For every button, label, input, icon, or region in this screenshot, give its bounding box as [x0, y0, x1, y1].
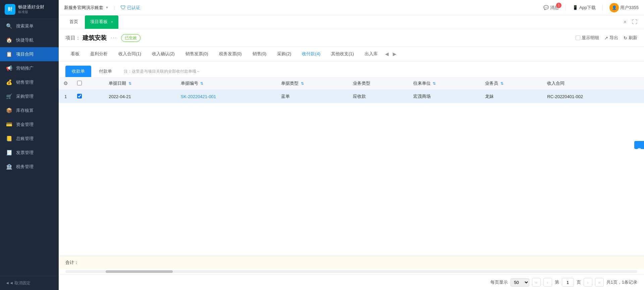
- account-name: 新服务官网演示账套: [64, 5, 103, 11]
- subnav-income-contract[interactable]: 收入合同(1): [113, 47, 147, 62]
- window-maximize-button[interactable]: ⛶: [631, 18, 639, 26]
- subnav-other-income[interactable]: 其他收支(1): [326, 47, 359, 62]
- export-icon: ↗: [604, 35, 608, 41]
- show-detail-checkbox[interactable]: [576, 35, 580, 40]
- header-divider-2: [602, 4, 603, 11]
- tabs-bar: 首页 项目看板 × × ⛶: [59, 15, 644, 29]
- sidebar-item-tax[interactable]: 🏦 税务管理: [0, 160, 59, 174]
- tab-receipts[interactable]: 收款单: [65, 66, 91, 77]
- project-actions: 显示明细 ↗ 导出 ↻ 刷新: [576, 35, 637, 41]
- tab-payments[interactable]: 付款单: [93, 66, 118, 77]
- home-icon: 🏠: [5, 37, 13, 43]
- user-avatar: 👤: [609, 3, 619, 12]
- subnav-profit[interactable]: 盈利分析: [85, 47, 113, 62]
- show-detail-action[interactable]: 显示明细: [576, 35, 599, 41]
- row-number-link[interactable]: SK-20220421-001: [176, 90, 276, 103]
- prev-page-button[interactable]: ‹: [543, 278, 552, 287]
- sidebar-item-ledger[interactable]: 📒 总账管理: [0, 132, 59, 146]
- app-download-button[interactable]: 📱 App下载: [573, 5, 596, 11]
- sidebar-item-inventory[interactable]: 📦 库存核算: [0, 103, 59, 118]
- subnav-income-confirm[interactable]: 收入确认(2): [147, 47, 180, 62]
- column-settings[interactable]: ⚙: [59, 77, 72, 90]
- project-more-button[interactable]: ···: [111, 35, 117, 41]
- tab-close-icon[interactable]: ×: [111, 20, 113, 24]
- sort-icon-partner: ⇅: [433, 81, 436, 85]
- sales-icon: 💰: [5, 79, 13, 85]
- sidebar-item-project[interactable]: 📋 项目合同: [0, 47, 59, 61]
- scrollbar-track: [65, 270, 637, 273]
- sidebar-unpin-button[interactable]: ◄◄ 取消固定: [0, 276, 59, 290]
- sidebar-item-purchase[interactable]: 🛒 采购管理: [0, 89, 59, 103]
- row-date: 2022-04-21: [104, 90, 176, 103]
- marketing-icon: 📢: [5, 65, 13, 71]
- sidebar-item-funds[interactable]: 💳 资金管理: [0, 118, 59, 132]
- per-page-label: 每页显示: [490, 279, 508, 285]
- row-checkbox[interactable]: [77, 94, 82, 98]
- message-button[interactable]: 💬 消息 1: [543, 5, 559, 11]
- refresh-action[interactable]: ↻ 刷新: [624, 35, 637, 41]
- subnav-kanban[interactable]: 看板: [65, 47, 85, 62]
- project-icon: 📋: [5, 51, 13, 57]
- table-container: ⚙ 单据日期 ⇅ 单据编号 ⇅: [59, 77, 644, 256]
- sidebar-logo: 财 畅捷通好业财 标准版: [0, 0, 59, 19]
- sidebar-item-invoice[interactable]: 🧾 发票管理: [0, 146, 59, 160]
- page-suffix: 页: [577, 279, 581, 285]
- column-number[interactable]: 单据编号 ⇅: [176, 77, 276, 90]
- main-area: 新服务官网演示账套 ▼ | 🛡 已认证 💬 消息 1 📱 App下载 👤: [59, 0, 644, 290]
- last-page-button[interactable]: »: [595, 278, 604, 287]
- column-date[interactable]: 单据日期 ⇅: [104, 77, 176, 90]
- notification-badge: 1: [556, 3, 561, 8]
- settings-icon[interactable]: ⚙: [63, 80, 68, 86]
- sidebar-item-sales[interactable]: 💰 销售管理: [0, 75, 59, 89]
- row-contract: RC-20220401-002: [542, 90, 644, 103]
- subnav-prev-arrow[interactable]: ◀: [383, 51, 391, 57]
- sidebar-item-search[interactable]: 🔍 搜索菜单: [0, 19, 59, 33]
- column-partner[interactable]: 往来单位 ⇅: [409, 77, 480, 90]
- next-page-button[interactable]: ›: [584, 278, 592, 287]
- sidebar: 财 畅捷通好业财 标准版 🔍 搜索菜单 🏠 快捷导航 📋 项目合同 📢 营销推广…: [0, 0, 59, 290]
- user-menu[interactable]: 👤 用户3355: [609, 3, 639, 12]
- receipts-table: ⚙ 单据日期 ⇅ 单据编号 ⇅: [59, 77, 644, 103]
- page-number-input[interactable]: [562, 278, 574, 287]
- inner-tab-note: 注：这里是与项目关联的全部收付款单哦～: [124, 69, 200, 74]
- sidebar-item-quicknav[interactable]: 🏠 快捷导航: [0, 33, 59, 47]
- subnav-purchase[interactable]: 采购(2): [272, 47, 297, 62]
- total-records-info: 共1页，1条记录: [606, 279, 637, 285]
- total-label: 合计：: [65, 260, 78, 265]
- phone-icon: 📱: [573, 5, 578, 10]
- subnav-sales-invoice[interactable]: 销售发票(0): [180, 47, 214, 62]
- export-action[interactable]: ↗ 导出: [604, 35, 618, 41]
- message-icon: 💬: [543, 5, 549, 10]
- tab-home[interactable]: 首页: [64, 15, 84, 29]
- subnav-warehouse[interactable]: 出入库: [359, 47, 383, 62]
- column-checkbox-header[interactable]: [72, 77, 104, 90]
- row-checkbox-cell[interactable]: [72, 90, 104, 103]
- row-number: 1: [59, 90, 72, 103]
- sidebar-nav: 🔍 搜索菜单 🏠 快捷导航 📋 项目合同 📢 营销推广 💰 销售管理 🛒 采购管…: [0, 19, 59, 276]
- column-salesperson[interactable]: 业务员 ⇅: [480, 77, 542, 90]
- tab-project-board[interactable]: 项目看板 ×: [85, 15, 118, 29]
- content-area: 项目： 建筑安装 ··· 已生效 显示明细 ↗ 导出 ↻ 刷新: [59, 29, 644, 290]
- feedback-button[interactable]: 意见反馈: [634, 141, 644, 149]
- column-type[interactable]: 单据类型 ⇅: [276, 77, 348, 90]
- first-page-button[interactable]: «: [532, 278, 541, 287]
- invoice-icon: 🧾: [5, 150, 13, 156]
- page-label: 第: [555, 279, 559, 285]
- subnav-payment[interactable]: 收付款(4): [297, 47, 326, 62]
- sidebar-item-marketing[interactable]: 📢 营销推广: [0, 61, 59, 75]
- column-contract: 收入合同: [542, 77, 644, 90]
- account-selector[interactable]: 新服务官网演示账套 ▼: [64, 5, 109, 11]
- receipt-link[interactable]: SK-20220421-001: [181, 94, 216, 99]
- header-left: 新服务官网演示账套 ▼ | 🛡 已认证: [64, 5, 140, 11]
- subnav-tax-invoice[interactable]: 税务发票(0): [214, 47, 247, 62]
- subnav-next-arrow[interactable]: ▶: [391, 51, 398, 57]
- horizontal-scrollbar[interactable]: [59, 269, 644, 274]
- search-icon: 🔍: [5, 23, 13, 29]
- select-all-checkbox[interactable]: [77, 81, 82, 85]
- scrollbar-thumb[interactable]: [106, 270, 173, 273]
- subnav-sales[interactable]: 销售(0): [247, 47, 272, 62]
- window-close-button[interactable]: ×: [622, 18, 628, 26]
- header-right: 💬 消息 1 📱 App下载 👤 用户3355: [543, 3, 639, 12]
- inner-tabs: 收款单 付款单 注：这里是与项目关联的全部收付款单哦～: [59, 62, 644, 77]
- per-page-select[interactable]: 50 20 100: [511, 278, 529, 287]
